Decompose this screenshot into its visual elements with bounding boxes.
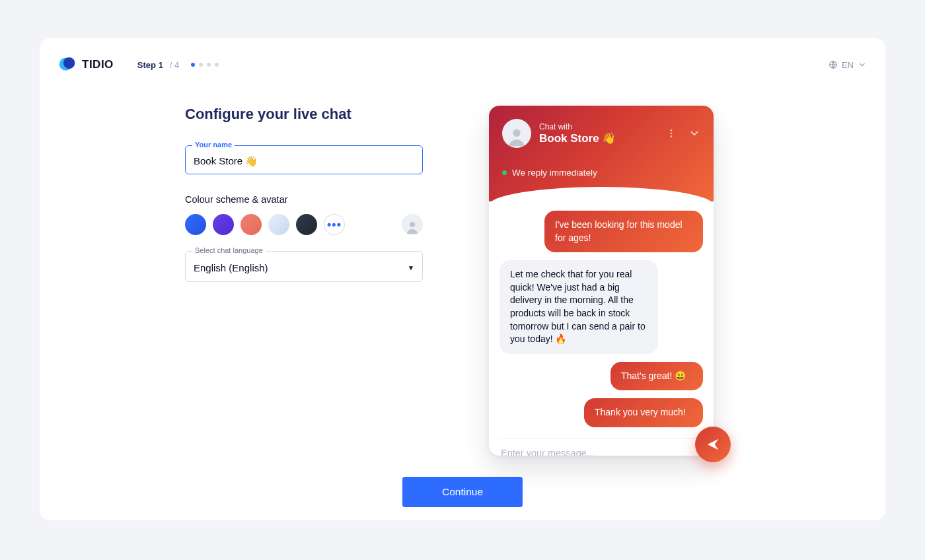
message-agent: Let me check that for you real quick! We… (500, 260, 658, 354)
menu-dots-icon[interactable] (666, 128, 677, 139)
svg-point-1 (63, 57, 75, 69)
name-field-label: Your name (192, 141, 235, 149)
onboarding-card: TIDIO Step 1 / 4 EN Configure your live … (40, 38, 885, 520)
step-total: / 4 (170, 60, 179, 70)
header: TIDIO Step 1 / 4 EN (40, 38, 885, 74)
header-left: TIDIO Step 1 / 4 (58, 55, 219, 74)
chat-header-actions (666, 127, 700, 139)
step-indicator: Step 1 / 4 (137, 60, 219, 70)
language-select[interactable]: Select chat language English (English) ▼ (185, 251, 423, 282)
language-select-label: Select chat language (192, 246, 266, 254)
colour-scheme-label: Colour scheme & avatar (185, 194, 423, 205)
colour-swatches: ••• (185, 214, 423, 235)
message-user: I've been looking for this model for age… (544, 211, 703, 252)
step-dot-3 (207, 63, 211, 67)
reply-text: We reply immediately (512, 168, 597, 178)
content: Configure your live chat Your name Colou… (40, 74, 885, 456)
chat-preview: Chat with Book Store 👋 We reply immediat… (489, 106, 714, 456)
globe-icon (829, 60, 838, 69)
business-name: Book Store 👋 (539, 131, 616, 145)
chevron-down-icon: ▼ (408, 264, 414, 271)
chevron-down-icon (858, 60, 867, 69)
language-code: EN (842, 60, 854, 70)
chevron-down-icon[interactable] (688, 127, 700, 139)
svg-point-6 (671, 133, 673, 135)
avatar-icon (404, 219, 420, 235)
name-input[interactable] (194, 156, 414, 167)
colour-swatch-more[interactable]: ••• (324, 214, 345, 235)
svg-point-5 (671, 129, 673, 131)
divider (500, 438, 703, 438)
colour-swatch-purple[interactable] (213, 214, 234, 235)
svg-point-3 (410, 222, 415, 227)
reply-status: We reply immediately (502, 168, 700, 178)
page-title: Configure your live chat (185, 106, 423, 123)
operator-avatar (502, 119, 531, 148)
svg-point-4 (513, 129, 520, 137)
colour-swatch-dark[interactable] (296, 214, 317, 235)
language-picker[interactable]: EN (829, 60, 867, 70)
brand-logo: TIDIO (58, 55, 114, 74)
message-user: Thank you very much! (584, 398, 703, 427)
online-dot-icon (502, 170, 507, 175)
continue-button[interactable]: Continue (402, 477, 523, 507)
colour-swatch-light[interactable] (268, 214, 289, 235)
operator-name-block: Chat with Book Store 👋 (539, 122, 616, 145)
step-dot-2 (199, 63, 203, 67)
message-user: That's great! 😄 (610, 362, 703, 391)
chat-with-label: Chat with (539, 122, 616, 131)
avatar-icon (505, 125, 528, 148)
step-dot-4 (215, 63, 219, 67)
colour-swatch-blue[interactable] (185, 214, 206, 235)
brand-name: TIDIO (82, 58, 114, 71)
send-button[interactable] (695, 427, 731, 462)
step-current: Step 1 (137, 60, 163, 70)
chat-widget: Chat with Book Store 👋 We reply immediat… (489, 106, 714, 456)
message-input-placeholder[interactable]: Enter your message... (500, 445, 703, 456)
colour-swatch-coral[interactable] (240, 214, 262, 235)
svg-point-7 (671, 135, 673, 137)
chat-body: I've been looking for this model for age… (489, 201, 714, 456)
name-field[interactable]: Your name (185, 145, 423, 174)
logo-icon (58, 55, 77, 74)
language-select-value: English (English) (194, 262, 268, 273)
step-dots (191, 63, 219, 67)
config-form: Configure your live chat Your name Colou… (185, 106, 423, 456)
send-icon (706, 437, 720, 452)
step-dot-1 (191, 63, 195, 67)
avatar-picker[interactable] (402, 214, 423, 235)
